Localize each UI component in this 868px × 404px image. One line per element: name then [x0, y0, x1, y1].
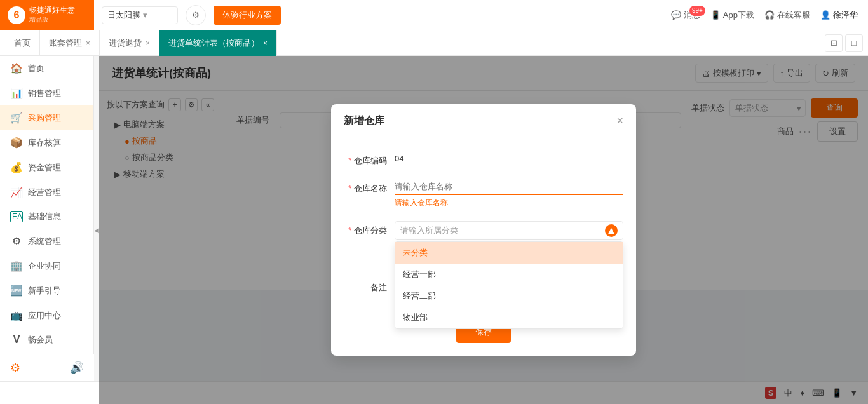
sidebar-inventory-label: 库存核算 [28, 137, 61, 149]
logo-text: 畅捷通好生意 [29, 6, 75, 16]
warehouse-name-label: 仓库名称 [344, 179, 395, 194]
bell-icon: 💬 [671, 10, 681, 20]
settings-bottom-icon[interactable]: ⚙ [10, 361, 20, 375]
chevron-left-icon: ◀ [94, 227, 99, 234]
tab-purchase-return[interactable]: 进货退货 × [100, 30, 159, 56]
warehouse-name-wrap: 请输入仓库名称 [395, 179, 623, 208]
base-icon: EA [10, 211, 23, 222]
customer-service-label: 在线客服 [777, 10, 810, 21]
warehouse-category-placeholder: 请输入所属分类 [400, 226, 458, 235]
main-layout: 🏠 首页 📊 销售管理 🛒 采购管理 📦 库存核算 💰 资金管理 📈 经营管理 … [0, 56, 868, 404]
headset-icon: 🎧 [764, 10, 775, 20]
speaker-icon[interactable]: 🔊 [70, 361, 84, 375]
tab-purchase-return-close[interactable]: × [146, 39, 150, 48]
home-icon: 🏠 [10, 62, 23, 74]
dropdown-item-unclassified[interactable]: 未分类 [395, 242, 623, 264]
tab-purchase-return-label: 进货退货 [109, 37, 142, 49]
sidebar: 🏠 首页 📊 销售管理 🛒 采购管理 📦 库存核算 💰 资金管理 📈 经营管理 … [0, 56, 94, 404]
tab-home[interactable]: 首页 [5, 30, 40, 56]
tab-restore-button[interactable]: ⊡ [825, 34, 843, 52]
tab-purchase-stats-label: 进货单统计表（按商品） [168, 37, 259, 49]
sidebar-system-label: 系统管理 [28, 236, 61, 247]
tab-accounts-close[interactable]: × [86, 39, 90, 48]
user-icon: 👤 [820, 10, 831, 20]
dialog-body: 仓库编码 仓库名称 请输入仓库名称 [331, 138, 636, 319]
sidebar-item-base[interactable]: EA 基础信息 [0, 205, 93, 229]
sidebar-item-sales[interactable]: 📊 销售管理 [0, 81, 93, 105]
notifications-button[interactable]: 💬 消息 99+ [671, 10, 700, 21]
member-icon: V [10, 334, 23, 346]
finance-icon: 💰 [10, 161, 23, 173]
dropdown-item-dept1[interactable]: 经营一部 [395, 264, 623, 285]
sidebar-item-system[interactable]: ⚙ 系统管理 [0, 229, 93, 253]
app-download-button[interactable]: 📱 App下载 [710, 10, 754, 21]
tab-purchase-stats-close[interactable]: × [263, 39, 268, 48]
chevron-down-icon: ▾ [143, 10, 147, 20]
warehouse-code-row: 仓库编码 [344, 151, 623, 166]
tab-accounts[interactable]: 账套管理 × [40, 30, 100, 56]
sidebar-guide-label: 新手引导 [28, 285, 61, 297]
app-download-label: App下载 [723, 10, 754, 21]
tab-bar: 首页 账套管理 × 进货退货 × 进货单统计表（按商品） × ⊡ □ [0, 30, 868, 56]
store-name: 日太阳膜 [107, 10, 140, 21]
sidebar-appcenter-label: 应用中心 [28, 310, 61, 321]
logo-sub: 精品版 [29, 15, 75, 24]
sidebar-toggle[interactable]: ◀ [94, 56, 99, 404]
sidebar-base-label: 基础信息 [28, 211, 61, 222]
tab-home-label: 首页 [14, 37, 31, 49]
dialog-close-button[interactable]: × [616, 114, 623, 128]
sidebar-member-label: 畅会员 [28, 334, 53, 346]
trial-button[interactable]: 体验行业方案 [214, 6, 281, 25]
mobile-icon: 📱 [710, 10, 721, 20]
customer-service-button[interactable]: 🎧 在线客服 [764, 10, 810, 21]
chevron-up-icon: ▲ [605, 224, 618, 237]
store-selector[interactable]: 日太阳膜 ▾ [102, 6, 178, 24]
tab-accounts-label: 账套管理 [49, 37, 82, 49]
warehouse-category-wrap: 请输入所属分类 ▲ 未分类 经营一部 经营二部 物业部 [395, 221, 623, 240]
warehouse-name-error: 请输入仓库名称 [395, 198, 623, 208]
user-menu[interactable]: 👤 徐泽华 [820, 10, 858, 21]
tab-maximize-button[interactable]: □ [845, 34, 863, 52]
sidebar-sales-label: 销售管理 [28, 88, 61, 99]
sidebar-item-member[interactable]: V 畅会员 [0, 328, 93, 352]
notes-label: 备注 [344, 278, 395, 293]
sidebar-item-enterprise[interactable]: 🏢 企业协同 [0, 253, 93, 278]
sidebar-item-inventory[interactable]: 📦 库存核算 [0, 130, 93, 155]
new-warehouse-dialog: 新增仓库 × 仓库编码 仓库名称 [331, 104, 636, 356]
logo-icon: 6 [8, 6, 25, 24]
sidebar-home-label: 首页 [28, 63, 44, 74]
enterprise-icon: 🏢 [10, 260, 23, 272]
sidebar-enterprise-label: 企业协同 [28, 260, 61, 272]
sidebar-item-finance[interactable]: 💰 资金管理 [0, 155, 93, 180]
warehouse-code-input[interactable] [395, 151, 623, 166]
content-area: 进货单统计(按商品) 🖨 按模板打印 ▾ ↑ 导出 ↻ 刷新 [99, 56, 868, 404]
header-right: 💬 消息 99+ 📱 App下载 🎧 在线客服 👤 徐泽华 [671, 10, 858, 21]
dropdown-item-dept2[interactable]: 经营二部 [395, 285, 623, 307]
warehouse-category-select[interactable]: 请输入所属分类 ▲ [395, 221, 623, 240]
sidebar-finance-label: 资金管理 [28, 162, 61, 173]
tab-purchase-stats[interactable]: 进货单统计表（按商品） × [159, 30, 277, 56]
warehouse-name-input[interactable] [395, 179, 623, 195]
sidebar-item-purchase[interactable]: 🛒 采购管理 [0, 105, 93, 130]
sidebar-item-home[interactable]: 🏠 首页 [0, 56, 93, 81]
warehouse-code-wrap [395, 151, 623, 166]
top-header: 6 畅捷通好生意 精品版 日太阳膜 ▾ ⚙ 体验行业方案 💬 消息 99+ 📱 … [0, 0, 868, 30]
gear-button[interactable]: ⚙ [186, 5, 206, 25]
inventory-icon: 📦 [10, 137, 23, 149]
sidebar-operation-label: 经营管理 [28, 187, 61, 198]
warehouse-code-label: 仓库编码 [344, 151, 395, 166]
user-name: 徐泽华 [833, 10, 858, 21]
gear-icon: ⚙ [192, 10, 200, 20]
sales-icon: 📊 [10, 87, 23, 99]
dialog-overlay: 新增仓库 × 仓库编码 仓库名称 [99, 56, 868, 404]
warehouse-name-row: 仓库名称 请输入仓库名称 [344, 179, 623, 208]
sidebar-item-operation[interactable]: 📈 经营管理 [0, 180, 93, 205]
purchase-icon: 🛒 [10, 112, 23, 124]
logo-area: 6 畅捷通好生意 精品版 [0, 0, 94, 30]
sidebar-item-guide[interactable]: 🆕 新手引导 [0, 278, 93, 303]
sidebar-purchase-label: 采购管理 [28, 112, 61, 124]
sidebar-item-appcenter[interactable]: 📺 应用中心 [0, 303, 93, 328]
appcenter-icon: 📺 [10, 309, 23, 321]
dropdown-item-dept3[interactable]: 物业部 [395, 307, 623, 328]
guide-icon: 🆕 [10, 285, 23, 297]
